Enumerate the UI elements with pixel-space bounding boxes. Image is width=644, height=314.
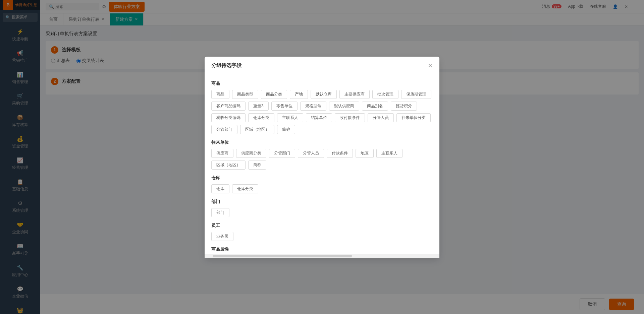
field-tag-1-0[interactable]: 供应商 (211, 149, 233, 158)
field-tag-2-0[interactable]: 仓库 (211, 184, 229, 193)
modal-title: 分组待选字段 (211, 62, 241, 69)
field-tags-3: 部门 (211, 208, 433, 217)
field-tag-1-3[interactable]: 分管人员 (298, 149, 324, 158)
field-tags-0: 商品商品类型商品分类产地默认仓库主要供应商批次管理保质期管理客户商品编码重量3零… (211, 90, 433, 134)
field-tag-0-0[interactable]: 商品 (211, 90, 229, 99)
field-tag-3-0[interactable]: 部门 (211, 208, 229, 217)
field-tag-0-11[interactable]: 规格型号 (300, 102, 326, 111)
field-tag-1-5[interactable]: 地区 (356, 149, 374, 158)
field-tag-0-24[interactable]: 简称 (277, 125, 295, 134)
modal: 分组待选字段 ✕ 商品商品商品类型商品分类产地默认仓库主要供应商批次管理保质期管… (205, 57, 439, 258)
modal-hscroll-thumb (213, 255, 352, 257)
field-tag-0-3[interactable]: 产地 (290, 90, 308, 99)
field-tags-2: 仓库仓库分类 (211, 184, 433, 193)
modal-body[interactable]: 商品商品商品类型商品分类产地默认仓库主要供应商批次管理保质期管理客户商品编码重量… (205, 75, 439, 254)
field-tag-0-2[interactable]: 商品分类 (261, 90, 287, 99)
field-tag-0-18[interactable]: 结算单位 (306, 113, 332, 122)
field-section-1: 往来单位供应商供应商分类分管部门分管人员付款条件地区主联系人区域（地区）简称 (211, 139, 433, 170)
field-tag-0-17[interactable]: 主联系人 (277, 113, 303, 122)
field-tag-0-9[interactable]: 重量3 (248, 102, 269, 111)
field-section-3: 部门部门 (211, 199, 433, 217)
field-section-title-2: 仓库 (211, 175, 433, 181)
field-tag-0-12[interactable]: 默认供应商 (329, 102, 359, 111)
field-tag-1-8[interactable]: 简称 (248, 161, 266, 170)
field-section-0: 商品商品商品类型商品分类产地默认仓库主要供应商批次管理保质期管理客户商品编码重量… (211, 80, 433, 134)
field-tags-4: 业务员 (211, 232, 433, 241)
field-tags-1: 供应商供应商分类分管部门分管人员付款条件地区主联系人区域（地区）简称 (211, 149, 433, 170)
field-tag-0-16[interactable]: 仓库分类 (248, 113, 274, 122)
field-tag-0-23[interactable]: 区域（地区） (240, 125, 274, 134)
modal-overlay: 分组待选字段 ✕ 商品商品商品类型商品分类产地默认仓库主要供应商批次管理保质期管… (0, 0, 644, 314)
field-section-5: 商品属性属性颜色多规格尺码鞋码1 (211, 246, 433, 254)
field-section-4: 员工业务员 (211, 223, 433, 241)
field-tag-0-4[interactable]: 默认仓库 (311, 90, 337, 99)
field-tag-0-15[interactable]: 税收分类编码 (211, 113, 246, 122)
field-tag-1-4[interactable]: 付款条件 (327, 149, 353, 158)
field-tag-1-1[interactable]: 供应商分类 (236, 149, 266, 158)
field-tag-0-14[interactable]: 拣货积分 (391, 102, 417, 111)
field-tag-0-13[interactable]: 商品别名 (362, 102, 388, 111)
field-tag-0-19[interactable]: 收付款条件 (335, 113, 365, 122)
field-tag-0-20[interactable]: 分管人员 (368, 113, 394, 122)
field-tag-0-22[interactable]: 分管部门 (211, 125, 237, 134)
field-tag-0-6[interactable]: 批次管理 (372, 90, 398, 99)
field-tag-1-6[interactable]: 主联系人 (376, 149, 402, 158)
field-tag-0-1[interactable]: 商品类型 (232, 90, 258, 99)
field-section-title-0: 商品 (211, 80, 433, 86)
field-tag-0-7[interactable]: 保质期管理 (401, 90, 431, 99)
field-tag-4-0[interactable]: 业务员 (211, 232, 233, 241)
field-section-title-1: 往来单位 (211, 139, 433, 145)
field-tag-1-2[interactable]: 分管部门 (269, 149, 295, 158)
field-section-title-4: 员工 (211, 223, 433, 229)
field-section-2: 仓库仓库仓库分类 (211, 175, 433, 193)
field-tag-0-8[interactable]: 客户商品编码 (211, 102, 246, 111)
field-tag-0-21[interactable]: 往来单位分类 (396, 113, 431, 122)
field-section-title-5: 商品属性 (211, 246, 433, 252)
modal-close-btn[interactable]: ✕ (428, 62, 433, 69)
field-tag-2-1[interactable]: 仓库分类 (232, 184, 258, 193)
field-section-title-3: 部门 (211, 199, 433, 205)
field-tag-1-7[interactable]: 区域（地区） (211, 161, 246, 170)
modal-header: 分组待选字段 ✕ (205, 57, 439, 75)
modal-hscroll[interactable] (205, 254, 439, 257)
field-tag-0-10[interactable]: 零售单位 (271, 102, 298, 111)
field-tag-0-5[interactable]: 主要供应商 (339, 90, 370, 99)
